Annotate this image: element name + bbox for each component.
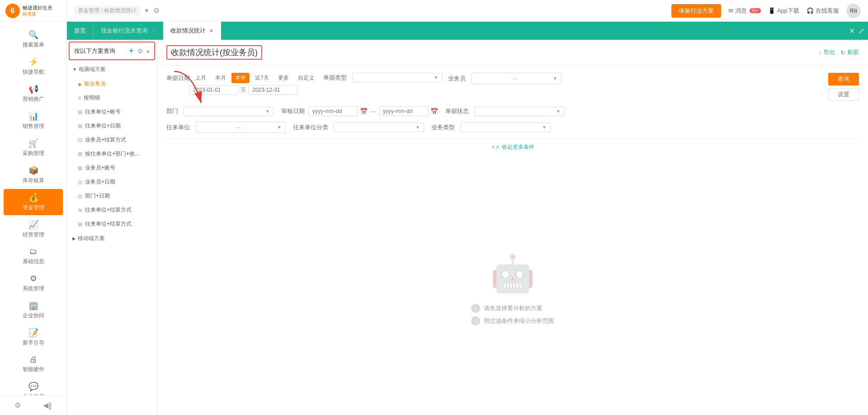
counterpart-settlement2-icon: ⊞	[78, 221, 82, 227]
biz-type-dropdown[interactable]: ▼	[460, 123, 551, 132]
counterpart-settlement1-icon: ≋	[78, 207, 82, 213]
audit-date-from[interactable]	[308, 106, 358, 116]
counterpart-category-dropdown[interactable]: ▼	[334, 123, 424, 132]
settings-btn[interactable]: 设置	[828, 88, 859, 101]
audit-calendar-from-icon[interactable]: 📅	[360, 108, 368, 115]
export-icon: ↑	[819, 49, 822, 56]
sidebar-item-guide[interactable]: 📝 新手引导	[4, 324, 63, 350]
sidebar-item-system[interactable]: ⚙ 系统管理	[4, 270, 63, 296]
date-btn-last-month[interactable]: 上月	[192, 73, 210, 83]
trial-btn[interactable]: 体验行业方案	[671, 4, 721, 18]
scheme-group-mobile-title[interactable]: ▶ 移动端方案	[67, 231, 157, 246]
audit-date-to[interactable]	[379, 106, 429, 116]
scheme-add-icon[interactable]: ＋	[127, 46, 135, 56]
sidebar-item-basic-info[interactable]: 🗂 基础信息	[4, 243, 63, 269]
doc-status-dropdown[interactable]: ▼	[474, 107, 565, 116]
collapse-bar[interactable]: ∧∧ 收起更多条件	[166, 138, 859, 156]
collapse-sidebar-icon[interactable]: ◀‖	[41, 399, 54, 411]
service-icon: 🎧	[807, 7, 814, 14]
scheme-group-desktop: ▼ 电脑端方案 ● 按业务员 ≡ 按明细 ⊞ 往来单位+账号 ⊞ 往来单位+	[67, 62, 157, 231]
tab-collection[interactable]: 收款情况统计 ✕	[163, 22, 221, 40]
refresh-icon: ↻	[840, 49, 845, 56]
refresh-btn[interactable]: ↻ 刷新	[840, 48, 859, 57]
date-btn-this-month[interactable]: 本月	[212, 73, 230, 83]
tab-spacer	[221, 22, 845, 40]
sidebar-item-label: 资金管理	[23, 204, 44, 212]
sidebar-item-sales[interactable]: 📊 销售管理	[4, 108, 63, 134]
date-btn-this-year[interactable]: 本年	[231, 73, 250, 83]
scheme-item-by-detail[interactable]: ≡ 按明细	[67, 91, 157, 105]
sidebar-item-search-menu[interactable]: 🔍 搜索菜单	[4, 26, 63, 52]
audit-date-separator: —	[370, 108, 376, 115]
scheme-item-dept-date[interactable]: ◎ 部门+日期	[67, 189, 157, 203]
sidebar-item-label: 销售管理	[23, 123, 44, 130]
settings-bottom-icon[interactable]: ⚙	[13, 399, 23, 411]
sidebar-item-enterprise[interactable]: 🏢 企业协同	[4, 297, 63, 323]
scheme-collapse-icon[interactable]: «	[146, 47, 150, 55]
sidebar-item-marketing[interactable]: 📢 营销推广	[4, 80, 63, 107]
tab-home[interactable]: 首页	[67, 22, 94, 40]
refresh-label: 刷新	[847, 48, 859, 57]
dropdown-icon[interactable]: ▼	[144, 7, 150, 14]
scheme-group-desktop-title[interactable]: ▼ 电脑端方案	[67, 62, 157, 77]
sidebar-item-wechat[interactable]: 💬 企业微信	[4, 378, 63, 395]
scheme-item-staff-account[interactable]: ⊠ 业务员+账号	[67, 161, 157, 175]
counterpart-category-filter-item: 往来单位分类 ▼	[293, 123, 424, 132]
date-btn-7days[interactable]: 近7天	[251, 73, 273, 83]
sidebar-item-smart-hw[interactable]: 🖨 智能硬件	[4, 351, 63, 377]
scheme-item-counterpart-dept[interactable]: ⊞ 按往来单位+部门+收...	[67, 147, 157, 161]
mobile-arrow-icon: ▶	[72, 236, 76, 241]
messages-btn[interactable]: ✉ 消息 99+	[728, 7, 761, 15]
tab-collection-close[interactable]: ✕	[209, 28, 213, 34]
download-icon: 📱	[768, 7, 775, 14]
date-from-input[interactable]	[189, 85, 239, 95]
sidebar-item-purchase[interactable]: 🛒 采购管理	[4, 135, 63, 161]
counterpart-dropdown[interactable]: ··· ▼	[195, 122, 286, 133]
finance-icon: 💰	[28, 193, 38, 203]
doc-status-label: 单据状态	[445, 107, 469, 115]
tab-bank-close[interactable]: ✕	[151, 28, 156, 34]
dept-dropdown[interactable]: ▼	[184, 107, 274, 116]
date-to-input[interactable]	[248, 85, 298, 95]
scheme-item-counterpart-date[interactable]: ⊞ 往来单位+日期	[67, 119, 157, 133]
staff-dropdown[interactable]: ··· ▼	[471, 73, 561, 84]
scheme-item-counterpart-settlement1[interactable]: ≋ 往来单位+结算方式	[67, 203, 157, 217]
scheme-item-label: 往来单位+日期	[85, 122, 121, 130]
settings-icon[interactable]: ⚙	[153, 6, 160, 15]
sidebar-item-quick-nav[interactable]: ⚡ 快捷导航	[4, 53, 63, 80]
online-service-btn[interactable]: 🎧 在线客服	[807, 7, 839, 15]
export-btn[interactable]: ↑ 导出	[819, 48, 835, 57]
scheme-item-counterpart-settlement2[interactable]: ⊞ 往来单位+结算方式	[67, 217, 157, 231]
counterpart-more-icon[interactable]: ···	[236, 124, 241, 131]
doc-type-arrow: ▼	[434, 75, 439, 80]
sidebar-item-operation[interactable]: 📈 经营管理	[4, 216, 63, 242]
user-avatar[interactable]: Rit	[846, 4, 861, 18]
scheme-gear-icon[interactable]: ⚙	[137, 47, 143, 55]
window-controls: ✕ ⤢	[845, 22, 868, 40]
staff-more-icon[interactable]: ···	[512, 75, 517, 82]
empty-tips: 1 请先选择要分析的方案 2 用过滤条件来缩小分析范围	[471, 304, 554, 325]
breadcrumb: 资金管理 / 收款情况统计	[74, 6, 140, 15]
window-maximize-icon[interactable]: ⤢	[859, 27, 864, 35]
doc-status-arrow: ▼	[556, 109, 561, 114]
window-close-icon[interactable]: ✕	[849, 27, 855, 35]
audit-date-filter-item: 审核日期 📅 — 📅	[281, 106, 438, 116]
sidebar-bottom: ⚙ ◀‖	[0, 395, 66, 415]
sidebar-item-finance[interactable]: 💰 资金管理	[4, 189, 63, 215]
date-btn-more[interactable]: 更多	[274, 73, 292, 83]
search-menu-icon: 🔍	[28, 30, 38, 40]
staff-label: 业务员	[448, 75, 466, 83]
audit-calendar-to-icon[interactable]: 📅	[430, 108, 438, 115]
scheme-item-staff-settlement[interactable]: ⊡ 业务员+结算方式	[67, 133, 157, 147]
app-download-btn[interactable]: 📱 App下载	[768, 7, 799, 15]
sidebar-item-label: 快捷导航	[23, 68, 44, 76]
query-btn[interactable]: 查询	[828, 73, 859, 85]
date-btn-custom[interactable]: 自定义	[294, 73, 318, 83]
guide-icon: 📝	[28, 328, 38, 338]
tab-bank[interactable]: 现金银行流水查询 ✕	[94, 22, 163, 40]
scheme-item-staff-date[interactable]: ◎ 业务员+日期	[67, 175, 157, 189]
sidebar-item-inventory[interactable]: 📦 库存核算	[4, 162, 63, 188]
scheme-item-by-staff[interactable]: ● 按业务员	[67, 77, 157, 91]
doc-type-dropdown[interactable]: ▼	[352, 73, 443, 82]
scheme-item-counterpart-account[interactable]: ⊞ 往来单位+账号	[67, 105, 157, 119]
